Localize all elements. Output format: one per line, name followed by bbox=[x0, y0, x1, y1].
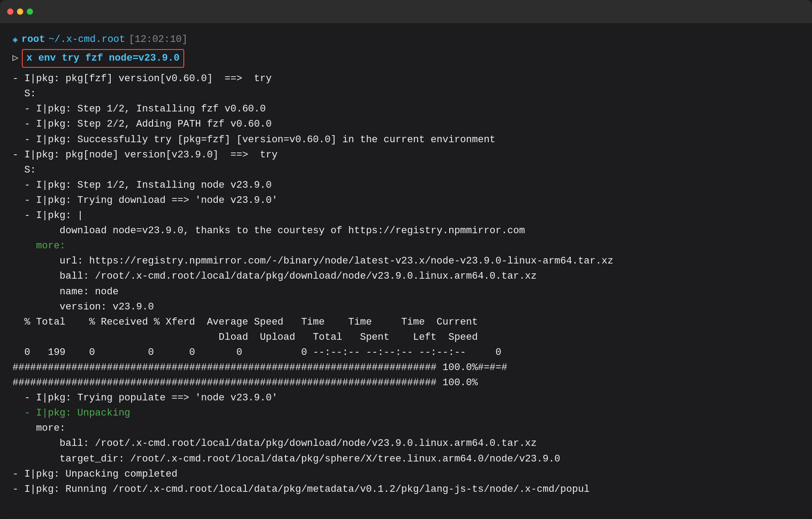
output-line-9: - I|pkg: Trying download ==> 'node v23.9… bbox=[12, 193, 800, 208]
terminal-content: ◈ root ~/.x-cmd.root [12:02:10] ▷ x env … bbox=[0, 23, 812, 519]
output-line-8: - I|pkg: Step 1/2, Installing node v23.9… bbox=[12, 178, 800, 193]
output-line-17: % Total % Received % Xferd Average Speed… bbox=[12, 315, 800, 330]
prompt-path: ~/.x-cmd.root bbox=[49, 32, 125, 47]
command-line: ▷ x env try fzf node=v23.9.0 bbox=[12, 49, 800, 68]
output-line-2: S: bbox=[12, 86, 800, 102]
output-line-7: S: bbox=[12, 163, 800, 178]
output-line-21: ########################################… bbox=[12, 375, 800, 391]
output-line-5: - I|pkg: Successfully try [pkg=fzf] [ver… bbox=[12, 132, 800, 148]
output-line-16: version: v23.9.0 bbox=[12, 300, 800, 315]
terminal-window: ◈ root ~/.x-cmd.root [12:02:10] ▷ x env … bbox=[0, 0, 812, 519]
output-line-15: name: node bbox=[12, 284, 800, 300]
output-line-24: more: bbox=[12, 421, 800, 436]
prompt-line: ◈ root ~/.x-cmd.root [12:02:10] bbox=[12, 32, 800, 47]
output-line-12: more: bbox=[12, 239, 800, 254]
command-arrow: ▷ bbox=[12, 51, 18, 66]
output-line-23: - I|pkg: Unpacking bbox=[12, 406, 800, 421]
output-line-18: Dload Upload Total Spent Left Speed bbox=[12, 330, 800, 345]
output-line-20: ########################################… bbox=[12, 360, 800, 375]
output-line-19: 0 199 0 0 0 0 0 --:--:-- --:--:-- --:--:… bbox=[12, 345, 800, 360]
output-line-22: - I|pkg: Trying populate ==> 'node v23.9… bbox=[12, 391, 800, 406]
traffic-lights bbox=[7, 8, 33, 15]
output-line-13: url: https://registry.npmmirror.com/-/bi… bbox=[12, 254, 800, 269]
output-line-25: ball: /root/.x-cmd.root/local/data/pkg/d… bbox=[12, 436, 800, 451]
prompt-time: [12:02:10] bbox=[129, 32, 188, 47]
output-line-4: - I|pkg: Step 2/2, Adding PATH fzf v0.60… bbox=[12, 117, 800, 132]
output-line-6: - I|pkg: pkg[node] version[v23.9.0] ==> … bbox=[12, 148, 800, 163]
prompt-user: root bbox=[21, 32, 45, 47]
command-box: x env try fzf node=v23.9.0 bbox=[22, 49, 184, 68]
maximize-button[interactable] bbox=[27, 8, 33, 15]
output-line-1: - I|pkg: pkg[fzf] version[v0.60.0] ==> t… bbox=[12, 71, 800, 86]
minimize-button[interactable] bbox=[17, 8, 23, 15]
output-line-28: - I|pkg: Running /root/.x-cmd.root/local… bbox=[12, 482, 800, 497]
output-line-14: ball: /root/.x-cmd.root/local/data/pkg/d… bbox=[12, 269, 800, 284]
output-line-26: target_dir: /root/.x-cmd.root/local/data… bbox=[12, 452, 800, 467]
title-bar bbox=[0, 0, 812, 23]
close-button[interactable] bbox=[7, 8, 13, 15]
output-line-11: download node=v23.9.0, thanks to the cou… bbox=[12, 223, 800, 239]
prompt-icon: ◈ bbox=[12, 33, 18, 47]
output-line-27: - I|pkg: Unpacking completed bbox=[12, 467, 800, 482]
output-line-3: - I|pkg: Step 1/2, Installing fzf v0.60.… bbox=[12, 102, 800, 117]
output-line-10: - I|pkg: | bbox=[12, 208, 800, 223]
